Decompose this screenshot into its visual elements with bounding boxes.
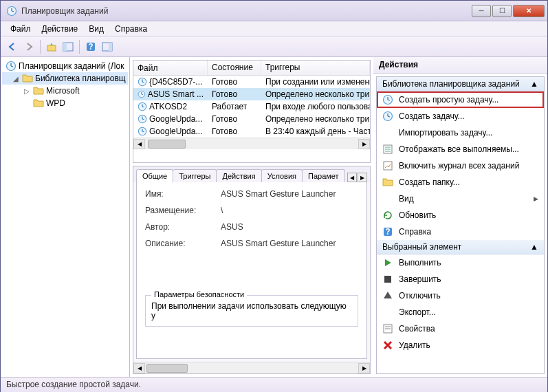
tree-library-label: Библиотека планировщ xyxy=(35,74,126,83)
scroll-left-button[interactable]: ◀ xyxy=(133,139,145,149)
back-button[interactable] xyxy=(5,39,20,54)
blank-icon xyxy=(382,193,393,204)
up-button[interactable] xyxy=(44,39,59,54)
menu-view[interactable]: Вид xyxy=(83,23,109,35)
details-hscroll[interactable]: ◀ ▶ xyxy=(133,362,370,373)
task-trigger: Определено несколько три xyxy=(261,89,370,100)
scroll-right-button[interactable]: ▶ xyxy=(358,363,370,373)
action-refresh[interactable]: Обновить xyxy=(377,207,544,224)
task-list-hscroll[interactable]: ◀ ▶ xyxy=(133,138,370,149)
tab-actions[interactable]: Действия xyxy=(216,169,261,182)
action-view[interactable]: Вид ▶ xyxy=(377,190,544,207)
stop-icon xyxy=(382,274,393,285)
actions-group-selected[interactable]: Выбранный элемент▲ xyxy=(377,240,544,254)
task-state: Готово xyxy=(208,113,261,124)
task-file: ATKOSD2 xyxy=(149,102,187,111)
tab-triggers[interactable]: Триггеры xyxy=(173,169,217,182)
tree-wpd[interactable]: ▷ WPD xyxy=(2,97,128,109)
tree-toggle-icon[interactable]: ▷ xyxy=(23,87,31,95)
action-export[interactable]: Экспорт... xyxy=(377,304,544,320)
window-title: Планировщик заданий xyxy=(21,6,470,16)
tab-conditions[interactable]: Условия xyxy=(261,169,303,182)
toolbar: ? xyxy=(1,36,547,57)
tab-general[interactable]: Общие xyxy=(136,169,173,182)
author-value: ASUS xyxy=(221,222,358,232)
task-row[interactable]: ATKOSD2РаботаетПри входе любого пользова xyxy=(133,100,370,113)
submenu-arrow-icon: ▶ xyxy=(534,195,538,202)
tab-scroll-right[interactable]: ▶ xyxy=(358,173,367,182)
task-trigger: В 23:40 каждый день - Часто xyxy=(261,126,370,137)
action-properties[interactable]: Свойства xyxy=(377,320,544,337)
action-enable-log[interactable]: Включить журнал всех заданий xyxy=(377,157,544,174)
show-action-pane-button[interactable] xyxy=(100,39,115,54)
action-import-task[interactable]: Импортировать задачу... xyxy=(377,124,544,141)
task-row[interactable]: ASUS Smart ...ГотовоОпределено несколько… xyxy=(133,88,370,100)
action-end[interactable]: Завершить xyxy=(377,271,544,287)
tree-library[interactable]: ◢ Библиотека планировщ xyxy=(2,72,128,85)
task-list-header: Файл Состояние Триггеры xyxy=(133,61,370,76)
help-icon: ? xyxy=(382,226,393,237)
action-help[interactable]: ? Справка xyxy=(377,224,544,240)
menu-action[interactable]: Действие xyxy=(36,23,84,35)
task-trigger: При входе любого пользова xyxy=(261,101,370,112)
tree-microsoft[interactable]: ▷ Microsoft xyxy=(2,85,128,97)
tree-root[interactable]: Планировщик заданий (Лок xyxy=(2,60,128,72)
action-run[interactable]: Выполнить xyxy=(377,254,544,271)
collapse-icon: ▲ xyxy=(530,242,538,252)
show-hide-tree-button[interactable] xyxy=(61,39,76,54)
col-state[interactable]: Состояние xyxy=(208,61,261,75)
svg-rect-3 xyxy=(47,45,56,51)
blank-icon xyxy=(382,127,393,138)
security-legend: Параметры безопасности xyxy=(151,290,247,298)
forward-button[interactable] xyxy=(21,39,36,54)
col-trigger[interactable]: Триггеры xyxy=(261,61,370,75)
actions-pane: Действия Библиотека планировщика заданий… xyxy=(373,57,547,377)
svg-rect-38 xyxy=(384,162,392,170)
tab-scroll-left[interactable]: ◀ xyxy=(347,173,357,182)
tree-toggle-icon[interactable]: ◢ xyxy=(12,75,20,83)
task-row[interactable]: GoogleUpda...ГотовоВ 23:40 каждый день -… xyxy=(133,125,370,138)
author-label: Автор: xyxy=(145,222,221,232)
action-show-running[interactable]: Отображать все выполняемы... xyxy=(377,141,544,157)
maximize-button[interactable]: ☐ xyxy=(492,5,512,17)
task-state: Готово xyxy=(208,76,261,87)
scheduler-icon xyxy=(6,61,17,72)
task-details: Общие Триггеры Действия Условия Парамет … xyxy=(133,166,371,374)
tree-pane: Планировщик заданий (Лок ◢ Библиотека пл… xyxy=(1,57,130,377)
name-value: ASUS Smart Gesture Launcher xyxy=(221,189,358,199)
task-file: GoogleUpda... xyxy=(149,127,202,136)
clock-icon xyxy=(382,111,393,122)
scroll-right-button[interactable]: ▶ xyxy=(358,139,370,149)
collapse-icon: ▲ xyxy=(530,79,538,89)
task-state: Готово xyxy=(208,89,261,100)
tab-general-content: Имя: ASUS Smart Gesture Launcher Размеще… xyxy=(136,182,367,359)
svg-rect-5 xyxy=(63,43,67,51)
action-create-basic-task[interactable]: Создать простую задачу... xyxy=(377,91,544,108)
clock-icon xyxy=(382,94,393,105)
tree-wpd-label: WPD xyxy=(46,98,65,108)
task-row[interactable]: {D45C85D7-...ГотовоПри создании или изме… xyxy=(133,76,370,88)
tab-params[interactable]: Парамет xyxy=(302,169,345,182)
play-icon xyxy=(382,257,393,268)
menu-file[interactable]: Файл xyxy=(5,23,36,35)
action-create-task[interactable]: Создать задачу... xyxy=(377,108,544,124)
disable-icon xyxy=(382,290,393,301)
task-trigger: Определено несколько три xyxy=(261,113,370,124)
scroll-left-button[interactable]: ◀ xyxy=(133,363,145,373)
action-new-folder[interactable]: Создать папку... xyxy=(377,174,544,190)
minimize-button[interactable]: ─ xyxy=(472,5,491,17)
action-disable[interactable]: Отключить xyxy=(377,287,544,304)
task-row[interactable]: GoogleUpda...ГотовоОпределено несколько … xyxy=(133,113,370,125)
task-file: {D45C85D7-... xyxy=(149,77,202,87)
blank-icon xyxy=(382,307,393,318)
help-button[interactable]: ? xyxy=(83,39,98,54)
folder-icon xyxy=(33,85,44,96)
actions-group-library[interactable]: Библиотека планировщика заданий▲ xyxy=(377,77,544,91)
action-delete[interactable]: Удалить xyxy=(377,337,544,353)
col-file[interactable]: Файл xyxy=(133,61,208,75)
svg-text:?: ? xyxy=(88,42,93,52)
location-label: Размещение: xyxy=(145,206,221,215)
close-button[interactable]: ✕ xyxy=(513,5,545,17)
properties-icon xyxy=(382,323,393,334)
menu-help[interactable]: Справка xyxy=(109,23,153,35)
